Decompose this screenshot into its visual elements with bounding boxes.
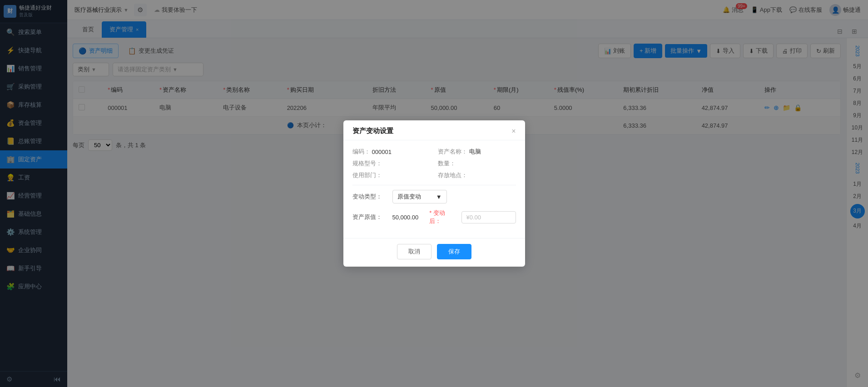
- cancel-button[interactable]: 取消: [397, 244, 432, 259]
- change-type-value: 原值变动: [397, 193, 421, 201]
- modal-divider: [352, 185, 516, 185]
- modal-info-grid: 编码： 000001 资产名称： 电脑 规格型号： 数量： 使用部门：: [352, 148, 516, 179]
- modal-footer: 取消 保存: [343, 238, 525, 267]
- change-type-select[interactable]: 原值变动 ▼: [392, 190, 447, 203]
- save-button[interactable]: 保存: [437, 244, 471, 259]
- modal-code-value: 000001: [372, 149, 392, 155]
- modal-spec-label: 规格型号：: [352, 159, 382, 168]
- modal-name-label: 资产名称：: [438, 148, 467, 156]
- asset-change-modal: 资产变动设置 × 编码： 000001 资产名称： 电脑 规格型号： 数量：: [343, 120, 525, 267]
- modal-title: 资产变动设置: [352, 127, 393, 135]
- modal-change-type-row: 变动类型： 原值变动 ▼: [352, 190, 516, 203]
- modal-quantity-item: 数量：: [438, 159, 516, 168]
- after-change-input[interactable]: [461, 211, 516, 223]
- modal-code-label: 编码：: [352, 148, 370, 156]
- modal-storage-item: 存放地点：: [438, 171, 516, 179]
- modal-code-item: 编码： 000001: [352, 148, 431, 156]
- modal-name-item: 资产名称： 电脑: [438, 148, 516, 156]
- modal-original-value-value: 50,000.00: [392, 214, 419, 221]
- modal-after-change-label: * 变动后：: [429, 209, 456, 225]
- modal-storage-label: 存放地点：: [438, 171, 467, 179]
- modal-original-value-row: 资产原值： 50,000.00 * 变动后：: [352, 209, 516, 225]
- modal-header: 资产变动设置 ×: [343, 120, 525, 140]
- modal-department-item: 使用部门：: [352, 171, 431, 179]
- modal-name-value: 电脑: [469, 148, 481, 156]
- modal-original-value-label: 资产原值：: [352, 213, 389, 221]
- modal-spec-item: 规格型号：: [352, 159, 431, 168]
- modal-change-type-label: 变动类型：: [352, 193, 389, 201]
- modal-body: 编码： 000001 资产名称： 电脑 规格型号： 数量： 使用部门：: [343, 140, 525, 238]
- modal-department-label: 使用部门：: [352, 171, 382, 179]
- modal-quantity-label: 数量：: [438, 159, 456, 168]
- modal-close-button[interactable]: ×: [511, 127, 516, 135]
- change-type-arrow-icon: ▼: [436, 194, 442, 200]
- modal-overlay[interactable]: 资产变动设置 × 编码： 000001 资产名称： 电脑 规格型号： 数量：: [0, 0, 868, 387]
